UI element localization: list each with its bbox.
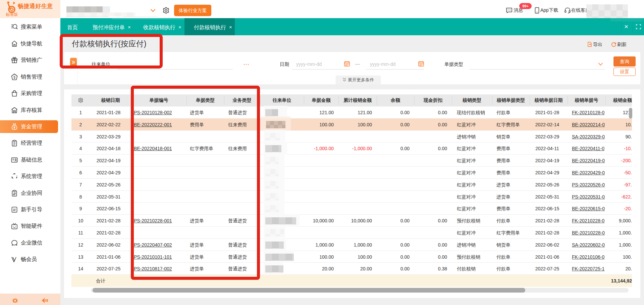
svg-text:$: $ xyxy=(13,76,15,79)
svg-text:新: 新 xyxy=(13,208,16,212)
